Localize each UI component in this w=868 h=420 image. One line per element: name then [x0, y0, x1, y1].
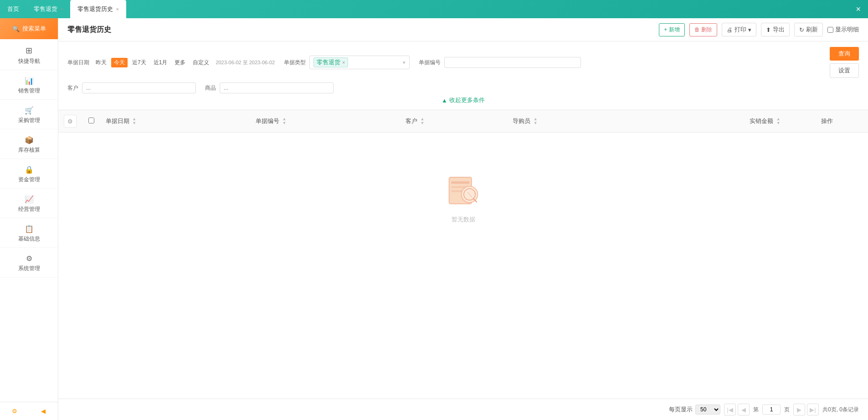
page-title: 零售退货历史: [67, 25, 111, 35]
sidebar-item-purchase-mgmt[interactable]: 🛒 采购管理: [0, 100, 58, 129]
system-mgmt-icon: ⚙: [26, 254, 32, 263]
sidebar-collapse-btn[interactable]: ◀: [29, 402, 58, 420]
business-icon: 📈: [25, 195, 34, 204]
shortcut-more[interactable]: 更多: [172, 58, 188, 67]
empty-text: 暂无数据: [452, 215, 475, 224]
page-number-input[interactable]: [762, 405, 781, 415]
sidebar-item-sales-mgmt[interactable]: 📊 销售管理: [0, 70, 58, 100]
settings-button[interactable]: 设置: [830, 63, 859, 78]
date-shortcuts: 昨天 今天 近7天 近1月 更多 自定义: [93, 58, 212, 67]
filter-row-1: 单据日期 昨天 今天 近7天 近1月 更多 自定义 2023-06-02 至 2…: [67, 47, 859, 78]
sidebar-item-basic-info[interactable]: 📋 基础信息: [0, 218, 58, 248]
print-dropdown-icon: ▾: [748, 26, 751, 33]
table-settings-btn[interactable]: ⚙: [64, 115, 77, 128]
th-amount-label: 实销金额: [750, 118, 773, 124]
settings-icon: ⚙: [12, 408, 17, 415]
select-all-checkbox[interactable]: [88, 118, 94, 123]
topbar-close-btn[interactable]: ×: [848, 5, 868, 14]
refresh-button[interactable]: ↻ 刷新: [794, 23, 823, 36]
goods-filter-input[interactable]: [220, 82, 334, 93]
th-amount-sort: ▲▼: [776, 117, 781, 125]
th-amount[interactable]: 实销金额 ▲▼: [636, 110, 786, 133]
show-detail-checkbox[interactable]: [827, 27, 833, 33]
type-filter-dropdown-icon: ▾: [403, 60, 406, 66]
delete-button[interactable]: 🗑 删除: [689, 23, 717, 36]
export-button[interactable]: ⬆ 导出: [761, 23, 790, 36]
shortcut-yesterday[interactable]: 昨天: [93, 58, 109, 67]
shortcut-7days[interactable]: 近7天: [129, 58, 149, 67]
th-guide-sort: ▲▼: [534, 117, 538, 125]
page-total-info: 共0页, 0条记录: [822, 406, 859, 414]
customer-filter-input[interactable]: [82, 82, 196, 93]
number-filter-input[interactable]: [444, 57, 581, 68]
sidebar-item-finance[interactable]: 🔒 资金管理: [0, 159, 58, 189]
toolbar: + 新增 🗑 删除 🖨 打印 ▾ ⬆ 导出 ↻ 刷新 显示明细: [659, 23, 859, 36]
collapse-filter-btn[interactable]: ▲ 收起更多条件: [442, 96, 485, 104]
filter-row-2: 客户 商品: [67, 82, 859, 93]
export-icon: ⬆: [766, 26, 771, 33]
print-button[interactable]: 🖨 打印 ▾: [722, 23, 756, 36]
th-action: 操作: [786, 110, 868, 133]
show-detail-checkbox-label[interactable]: 显示明细: [827, 26, 859, 34]
shortcut-custom[interactable]: 自定义: [190, 58, 212, 67]
tab-retail-return[interactable]: 零售退货 ×: [26, 0, 70, 18]
page-first-btn[interactable]: |◀: [724, 404, 736, 415]
filter-number: 单据编号: [419, 57, 581, 68]
inventory-icon: 📦: [25, 136, 34, 144]
sidebar-item-quick-nav[interactable]: ⊞ 快捷导航: [0, 39, 58, 70]
page-size-dropdown[interactable]: 10 20 50 100: [695, 405, 720, 415]
empty-icon: [443, 169, 484, 210]
shortcut-today[interactable]: 今天: [111, 58, 128, 67]
sidebar-item-system-mgmt-label: 系统管理: [18, 265, 40, 272]
th-number[interactable]: 单据编号 ▲▼: [250, 110, 400, 133]
table-header-row: ⚙ 单据日期 ▲▼ 单据编号 ▲▼: [58, 110, 868, 133]
th-customer-sort: ▲▼: [420, 117, 424, 125]
th-guide[interactable]: 导购员 ▲▼: [507, 110, 636, 133]
type-filter-select[interactable]: 零售退货 × ▾: [309, 56, 410, 69]
sidebar-settings-btn[interactable]: ⚙: [0, 402, 29, 420]
page-nav: |◀ ◀ 第 页 ▶ ▶|: [724, 404, 819, 415]
refresh-icon: ↻: [799, 26, 804, 33]
shortcut-1month[interactable]: 近1月: [151, 58, 170, 67]
sidebar-item-purchase-mgmt-label: 采购管理: [18, 117, 40, 124]
sidebar-item-system-mgmt[interactable]: ⚙ 系统管理: [0, 248, 58, 277]
th-date[interactable]: 单据日期 ▲▼: [100, 110, 250, 133]
th-settings: ⚙: [58, 110, 82, 133]
type-filter-tag-text: 零售退货: [317, 58, 340, 67]
filter-area: 单据日期 昨天 今天 近7天 近1月 更多 自定义 2023-06-02 至 2…: [58, 41, 868, 110]
page-header: 零售退货历史 + 新增 🗑 删除 🖨 打印 ▾ ⬆ 导出 ↻ 刷新: [58, 18, 868, 41]
type-filter-tag-remove[interactable]: ×: [342, 60, 345, 65]
tab-retail-return-history-close[interactable]: ×: [116, 6, 118, 12]
th-action-label: 操作: [821, 118, 833, 124]
filter-goods: 商品: [205, 82, 334, 93]
customer-filter-label: 客户: [67, 84, 78, 92]
svg-rect-1: [451, 181, 470, 184]
quick-nav-icon: ⊞: [26, 46, 32, 56]
date-filter-label: 单据日期: [67, 59, 89, 67]
layout: 🔍 搜索菜单 ⊞ 快捷导航 📊 销售管理 🛒 采购管理 📦 库存核算 🔒: [0, 18, 868, 420]
th-customer-label: 客户: [406, 118, 417, 124]
query-settings-buttons: 查询 设置: [830, 47, 859, 78]
tab-home[interactable]: 首页: [0, 0, 26, 18]
query-button[interactable]: 查询: [830, 47, 859, 61]
page-last-btn[interactable]: ▶|: [807, 404, 819, 415]
sidebar-search[interactable]: 🔍 搜索菜单: [0, 18, 58, 39]
main-content: 零售退货历史 + 新增 🗑 删除 🖨 打印 ▾ ⬆ 导出 ↻ 刷新: [58, 18, 868, 420]
page-prev-btn[interactable]: ◀: [738, 404, 750, 415]
page-next-btn[interactable]: ▶: [793, 404, 805, 415]
collapse-up-icon: ▲: [442, 97, 447, 104]
sidebar-item-finance-label: 资金管理: [18, 176, 40, 184]
add-button[interactable]: + 新增: [659, 23, 684, 36]
refresh-label: 刷新: [806, 26, 818, 34]
basic-info-icon: 📋: [25, 225, 34, 233]
collapse-label: 收起更多条件: [449, 96, 485, 104]
type-filter-tag: 零售退货 ×: [313, 57, 348, 67]
th-customer[interactable]: 客户 ▲▼: [400, 110, 507, 133]
page-size-select: 每页显示 10 20 50 100: [669, 405, 720, 415]
type-filter-label: 单据类型: [284, 59, 306, 67]
tab-retail-return-close[interactable]: ×: [60, 6, 63, 12]
sidebar-item-business[interactable]: 📈 经营管理: [0, 189, 58, 218]
tab-retail-return-history[interactable]: 零售退货历史 ×: [70, 0, 126, 18]
sidebar-item-inventory[interactable]: 📦 库存核算: [0, 129, 58, 159]
sidebar: 🔍 搜索菜单 ⊞ 快捷导航 📊 销售管理 🛒 采购管理 📦 库存核算 🔒: [0, 18, 58, 420]
